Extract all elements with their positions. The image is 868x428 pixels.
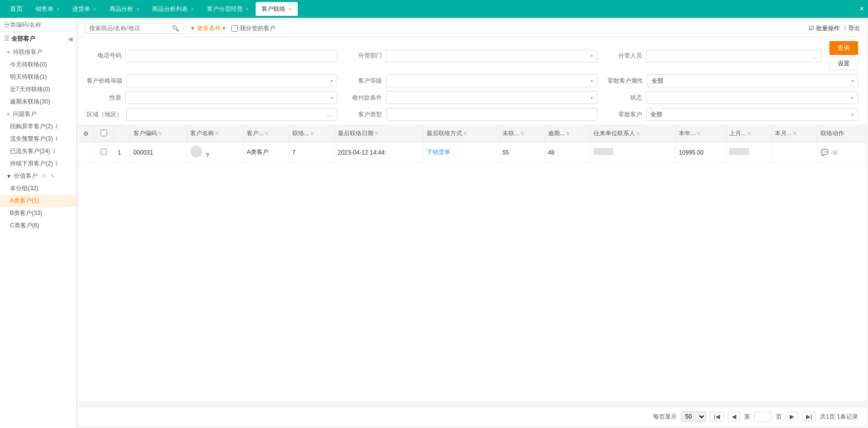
sidebar-item-c-class[interactable]: C类客户(6) <box>0 219 76 232</box>
filter-actions: ☑ 批量操作 ↑ 导出 <box>809 24 860 33</box>
horizontal-scrollbar[interactable] <box>79 401 866 407</box>
filter-label-customer-type: 客户类型 <box>347 110 382 119</box>
filter-input-customer-tier[interactable]: ▾ <box>386 74 598 87</box>
col-header-last-method[interactable]: 最后联络方式⇅ <box>423 125 499 142</box>
close-analysis-list-tab[interactable]: × <box>191 6 194 12</box>
tab-customer-tier[interactable]: 客户分层经营 × <box>201 2 255 16</box>
filter-row-retail-attr: 零散客户属性 全部▾ <box>607 74 858 87</box>
sidebar-value-customers-group[interactable]: ▼ 价值客户 ↺ ✎ <box>0 170 76 182</box>
sidebar-item-tomorrow[interactable]: 明天待联络(1) <box>0 71 76 83</box>
table-container: ⚙ 客户编码⇅ 客户名称⇅ 客户...⇅ 联络...⇅ 最后联络日期⇅ 最后联络… <box>79 125 866 401</box>
page-number-input[interactable]: 1 <box>754 412 772 422</box>
chevron-down-icon: ▼ <box>6 50 11 55</box>
settings-button[interactable]: 设置 <box>829 57 858 70</box>
col-header-contact-person[interactable]: 往来单位联系人⇅ <box>590 125 675 142</box>
col-header-this-year[interactable]: 本年...⇅ <box>676 125 726 142</box>
next-page-button[interactable]: ▶ <box>786 412 798 422</box>
sidebar-pending-contact-group[interactable]: ▼ 待联络客户 <box>0 46 76 58</box>
sidebar-all-customers[interactable]: ☰全部客户 ◀ <box>0 32 76 46</box>
close-sales-tab[interactable]: × <box>56 6 59 12</box>
col-header-contact[interactable]: 联络...⇅ <box>289 125 334 142</box>
tab-sales[interactable]: 销售单 × <box>30 2 65 16</box>
close-analysis-tab[interactable]: × <box>136 6 139 12</box>
close-customer-contact-tab[interactable]: × <box>288 6 291 12</box>
sort-no-contact-icon: ⇅ <box>520 131 524 136</box>
batch-ops-button[interactable]: ☑ 批量操作 <box>809 24 839 33</box>
filter-input-price-tier[interactable]: ▾ <box>126 74 337 87</box>
filter-input-nature[interactable]: ▾ <box>125 91 337 104</box>
col-header-settings[interactable]: ⚙ <box>79 125 94 142</box>
sidebar-item-b-class[interactable]: B类客户(33) <box>0 207 76 219</box>
sidebar-item-churned[interactable]: 已流失客户(24) ℹ <box>0 145 76 158</box>
nav-home[interactable]: 首页 <box>4 4 29 13</box>
col-header-no-contact[interactable]: 未联...⇅ <box>499 125 544 142</box>
col-header-type[interactable]: 客户...⇅ <box>243 125 289 142</box>
tab-analysis[interactable]: 商品分析 × <box>104 2 145 16</box>
filter-label-retail-attr: 零散客户属性 <box>607 77 643 85</box>
tab-analysis-list[interactable]: 商品分析列表 × <box>146 2 200 16</box>
last-page-button[interactable]: ▶| <box>802 412 816 422</box>
more-conditions-button[interactable]: ▼ 更多条件 ▾ <box>190 24 225 33</box>
select-all-checkbox[interactable] <box>101 130 107 136</box>
col-header-code[interactable]: 客户编码⇅ <box>130 125 187 142</box>
filter-input-region[interactable]: … <box>126 108 337 121</box>
row-checkbox[interactable] <box>101 149 107 155</box>
row-overdue: 48 <box>544 142 590 163</box>
filter-input-payment[interactable]: ▾ <box>386 91 598 104</box>
filter-search-input[interactable] <box>89 25 170 32</box>
row-last-method[interactable]: 下销货单 <box>423 142 499 163</box>
sidebar-item-declining[interactable]: 持续下滑客户(2) ℹ <box>0 158 76 170</box>
filter-row-manager: 分管人员 … 查询 设置 <box>607 41 858 70</box>
sort-overdue-icon: ⇅ <box>566 131 570 136</box>
top-nav: 首页 销售单 × 进货单 × 商品分析 × 商品分析列表 × 客户分层经营 × … <box>0 0 868 18</box>
sidebar-item-churn-warning[interactable]: 流失预警客户(3) ℹ <box>0 133 76 145</box>
my-customers-checkbox[interactable] <box>231 25 238 32</box>
filter-input-status[interactable]: ▾ <box>646 91 858 104</box>
col-header-name[interactable]: 客户名称⇅ <box>187 125 243 142</box>
filter-label-price-tier: 客户价格等级 <box>87 77 122 85</box>
chat-icon[interactable]: 💬 <box>820 149 828 156</box>
filter-input-dept[interactable]: ▾ <box>386 50 598 62</box>
filter-input-customer-type[interactable] <box>386 108 598 121</box>
sidebar-problem-customers-group[interactable]: ▼ 问题客户 <box>0 108 76 120</box>
col-header-checkbox[interactable] <box>94 125 114 142</box>
close-customer-tier-tab[interactable]: × <box>246 6 249 12</box>
first-page-button[interactable]: |◀ <box>710 412 724 422</box>
content-area: 🔍 ▼ 更多条件 ▾ 我分管的客户 ☑ 批量操作 ↑ 导出 <box>79 20 866 426</box>
sidebar-item-today[interactable]: 今天待联络(0) <box>0 58 76 71</box>
export-button[interactable]: ↑ 导出 <box>844 24 860 33</box>
tab-customer-contact[interactable]: 客户联络 × <box>256 2 297 16</box>
filter-row-region: 区域（地区） … <box>87 108 337 121</box>
col-header-last-date[interactable]: 最后联络日期⇅ <box>334 125 423 142</box>
advanced-filter: 电话号码 分管部门 ▾ 分管人员 … 查询 设置 <box>79 37 866 125</box>
sort-year-icon: ⇅ <box>697 131 701 136</box>
my-customers-checkbox-wrap[interactable]: 我分管的客户 <box>231 24 275 33</box>
sidebar-item-a-class[interactable]: A类客户(1) <box>0 195 76 207</box>
row-last-date: 2023-04-12 14:44: <box>334 142 423 163</box>
per-page-select[interactable]: 50 100 200 <box>681 411 706 422</box>
page-end-label: 页 <box>776 413 782 421</box>
last-method-link[interactable]: 下销货单 <box>427 149 450 156</box>
sidebar-search-input[interactable] <box>4 21 77 28</box>
filter-row-price-tier: 客户价格等级 ▾ <box>87 74 337 87</box>
col-header-overdue[interactable]: 逾期...⇅ <box>544 125 590 142</box>
col-header-this-month[interactable]: 本月...⇅ <box>771 125 817 142</box>
col-header-last-month[interactable]: 上月...⇅ <box>726 125 771 142</box>
filter-input-phone[interactable] <box>125 50 337 62</box>
close-window-icon[interactable]: × <box>860 4 864 13</box>
per-page-label: 每页显示 <box>653 413 677 421</box>
close-purchase-tab[interactable]: × <box>93 6 96 12</box>
filter-input-retail-attr[interactable]: 全部▾ <box>647 74 858 87</box>
query-button[interactable]: 查询 <box>829 41 858 55</box>
sidebar-item-7days[interactable]: 近7天待联络(0) <box>0 83 76 96</box>
filter-input-retail[interactable]: 全部▾ <box>646 108 858 121</box>
filter-search-icon[interactable]: 🔍 <box>172 25 179 32</box>
tab-purchase[interactable]: 进货单 × <box>66 2 102 16</box>
row-checkbox-cell[interactable] <box>94 142 114 163</box>
grid-icon[interactable]: ⊞ <box>832 149 838 156</box>
sidebar-item-abnormal[interactable]: 回购异常客户(2) ℹ <box>0 120 76 133</box>
sidebar-item-overdue[interactable]: 逾期未联络(30) <box>0 96 76 108</box>
sidebar-item-unclassified[interactable]: 未分组(32) <box>0 182 76 195</box>
filter-input-manager[interactable]: … <box>646 50 821 62</box>
prev-page-button[interactable]: ◀ <box>728 412 740 422</box>
